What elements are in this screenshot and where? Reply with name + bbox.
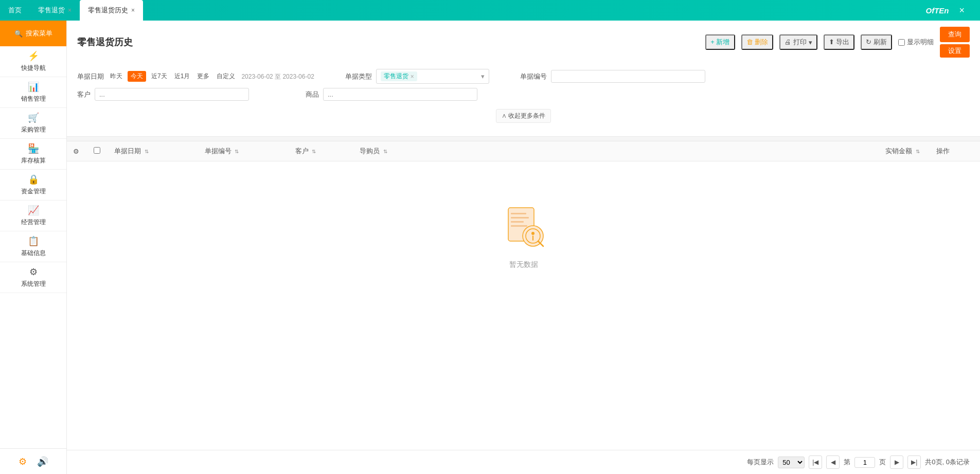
- th-guide[interactable]: 导购员 ⇅: [353, 141, 431, 161]
- tab-retail-return-history-label: 零售退货历史: [88, 6, 128, 15]
- filter-doc-type-label: 单据类型: [345, 72, 372, 81]
- sidebar-item-system[interactable]: ⚙ 系统管理: [0, 262, 66, 293]
- query-button-label: 查询: [948, 30, 961, 38]
- sort-arrows-doc-no: ⇅: [235, 149, 239, 154]
- main-layout: 🔍 搜索菜单 ⚡ 快捷导航 📊 销售管理 🛒 采购管理 🏪 库存核算 🔒: [0, 21, 980, 474]
- th-amount-label: 实销金额: [885, 147, 912, 155]
- content-area: 零售退货历史 + 新增 🗑 删除 🖨 打印 ▾ ⬆ 导出: [67, 21, 980, 474]
- filter-area: 单据日期 昨天 今天 近7天 近1月 更多 自定义 2023-06-02 至 2…: [77, 64, 970, 136]
- th-doc-date[interactable]: 单据日期 ⇅: [108, 141, 199, 161]
- svg-rect-1: [511, 213, 526, 214]
- empty-cell: 暂无数据: [67, 161, 980, 311]
- inventory-icon: 🏪: [28, 143, 39, 154]
- date-opt-today[interactable]: 今天: [128, 71, 146, 82]
- th-gear[interactable]: ⚙: [67, 141, 87, 161]
- date-opt-more[interactable]: 更多: [195, 71, 211, 82]
- top-bar-right: OfTEn ×: [925, 5, 980, 16]
- table-header-row: ⚙ 单据日期 ⇅ 单据编号 ⇅: [67, 141, 980, 161]
- filter-customer-input[interactable]: [95, 88, 249, 101]
- show-detail-label: 显示明细: [907, 38, 934, 47]
- sort-arrows-amount: ⇅: [916, 149, 920, 154]
- filter-goods-input[interactable]: [323, 88, 477, 101]
- date-opt-yesterday[interactable]: 昨天: [108, 71, 124, 82]
- th-doc-no-label: 单据编号: [205, 147, 231, 155]
- filter-row-1: 单据日期 昨天 今天 近7天 近1月 更多 自定义 2023-06-02 至 2…: [77, 69, 970, 84]
- total-label: 共0页, 0条记录: [925, 458, 970, 467]
- date-opt-custom[interactable]: 自定义: [215, 71, 237, 82]
- sidebar-item-inventory[interactable]: 🏪 库存核算: [0, 139, 66, 170]
- page-label: 第: [844, 458, 850, 467]
- window-close-button[interactable]: ×: [954, 5, 970, 16]
- sort-arrows-customer: ⇅: [312, 149, 316, 154]
- sidebar-item-quick-nav[interactable]: ⚡ 快捷导航: [0, 46, 66, 77]
- page-title-row: 零售退货历史 + 新增 🗑 删除 🖨 打印 ▾ ⬆ 导出: [77, 27, 970, 58]
- sidebar-item-basic-info[interactable]: 📋 基础信息: [0, 231, 66, 262]
- page-prev-button[interactable]: ◀: [826, 455, 840, 469]
- doc-type-tag-close[interactable]: ×: [411, 73, 414, 80]
- refresh-button[interactable]: ↻ 刷新: [861, 34, 892, 50]
- sidebar-menu: ⚡ 快捷导航 📊 销售管理 🛒 采购管理 🏪 库存核算 🔒 资金管理 📈: [0, 46, 66, 448]
- tab-home[interactable]: 首页: [0, 0, 30, 21]
- filter-more-row: ∧ 收起更多条件: [77, 105, 970, 131]
- tab-retail-return-history-close[interactable]: ×: [131, 7, 135, 14]
- purchase-icon: 🛒: [28, 112, 39, 123]
- filter-date-label: 单据日期: [77, 72, 104, 81]
- show-detail-checkbox[interactable]: [898, 39, 905, 46]
- date-opt-1month[interactable]: 近1月: [172, 71, 192, 82]
- page-next-button[interactable]: ▶: [890, 455, 903, 469]
- th-amount[interactable]: 实销金额 ⇅: [431, 141, 930, 161]
- delete-button[interactable]: 🗑 删除: [741, 34, 774, 50]
- tab-retail-return-history[interactable]: 零售退货历史 ×: [80, 0, 143, 21]
- collapse-button[interactable]: ∧ 收起更多条件: [496, 109, 551, 123]
- setting-button[interactable]: 设置: [940, 44, 970, 58]
- select-all-checkbox[interactable]: [94, 147, 100, 154]
- empty-text: 暂无数据: [509, 260, 538, 269]
- th-customer-label: 客户: [295, 147, 309, 155]
- page-first-button[interactable]: |◀: [809, 455, 822, 469]
- sidebar-item-sales[interactable]: 📊 销售管理: [0, 77, 66, 108]
- svg-rect-2: [511, 217, 529, 218]
- filter-doc-no-input[interactable]: [551, 70, 705, 83]
- print-button[interactable]: 🖨 打印 ▾: [779, 34, 817, 50]
- empty-row: 暂无数据: [67, 161, 980, 311]
- tab-retail-return-close[interactable]: ×: [68, 7, 72, 14]
- th-doc-date-label: 单据日期: [114, 147, 141, 155]
- filter-row-2: 客户 商品: [77, 88, 970, 101]
- filter-date-options: 昨天 今天 近7天 近1月 更多 自定义: [108, 71, 237, 82]
- th-actions-label: 操作: [936, 147, 950, 155]
- sidebar-bottom: ⚙ 🔊: [0, 448, 66, 474]
- date-opt-7days[interactable]: 近7天: [149, 71, 169, 82]
- export-button[interactable]: ⬆ 导出: [824, 34, 855, 50]
- th-actions: 操作: [930, 141, 980, 161]
- svg-point-8: [531, 232, 534, 235]
- show-detail-checkbox-label[interactable]: 显示明细: [898, 38, 934, 47]
- th-checkbox[interactable]: [87, 141, 108, 161]
- tab-retail-return[interactable]: 零售退货 ×: [30, 0, 80, 21]
- th-customer[interactable]: 客户 ⇅: [289, 141, 353, 161]
- filter-goods-label: 商品: [306, 90, 319, 99]
- th-doc-no[interactable]: 单据编号 ⇅: [199, 141, 289, 161]
- page-title: 零售退货历史: [77, 36, 133, 48]
- query-button[interactable]: 查询: [940, 27, 970, 42]
- per-page-select[interactable]: 20 50 100: [778, 457, 805, 468]
- setting-button-label: 设置: [948, 47, 961, 54]
- audio-icon[interactable]: 🔊: [37, 456, 48, 467]
- doc-type-tag: 零售退货 ×: [381, 71, 417, 81]
- filter-doc-type-select[interactable]: 零售退货 × ▾: [376, 69, 489, 84]
- sidebar-item-purchase[interactable]: 🛒 采购管理: [0, 108, 66, 139]
- basic-info-icon: 📋: [28, 235, 39, 247]
- brand-label: OfTEn: [925, 6, 949, 15]
- sidebar-search[interactable]: 🔍 搜索菜单: [0, 21, 66, 46]
- table-body: 暂无数据: [67, 161, 980, 311]
- table-container: ⚙ 单据日期 ⇅ 单据编号 ⇅: [67, 141, 980, 450]
- sidebar-item-finance-label: 资金管理: [21, 187, 46, 196]
- settings-bottom-icon[interactable]: ⚙: [19, 456, 27, 467]
- sidebar-item-operations[interactable]: 📈 经营管理: [0, 200, 66, 231]
- page-unit-label: 页: [879, 458, 886, 467]
- sidebar-item-finance[interactable]: 🔒 资金管理: [0, 170, 66, 200]
- collapse-button-label: ∧ 收起更多条件: [502, 112, 545, 120]
- sales-icon: 📊: [28, 81, 39, 93]
- new-button[interactable]: + 新增: [705, 34, 735, 50]
- page-last-button[interactable]: ▶|: [907, 455, 921, 469]
- page-number-input[interactable]: [854, 457, 875, 468]
